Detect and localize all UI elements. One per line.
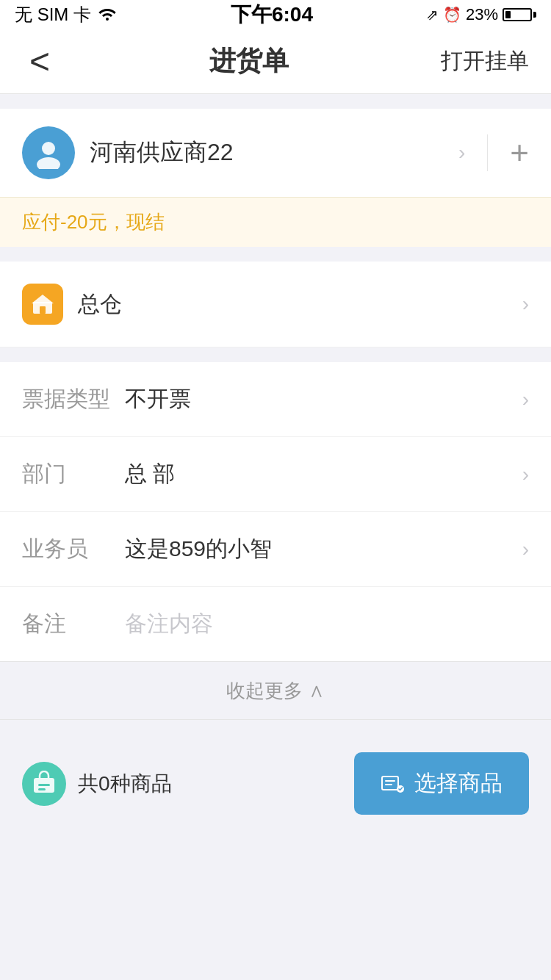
supplier-section: 河南供应商22 › + 应付-20元，现结 (0, 109, 551, 247)
section-gap-4 (0, 720, 551, 735)
back-button[interactable]: < (22, 34, 57, 89)
notice-bar: 应付-20元，现结 (0, 197, 551, 247)
svg-rect-4 (40, 306, 46, 314)
salesperson-chevron-icon: › (522, 538, 529, 561)
supplier-avatar (22, 126, 75, 179)
select-product-label: 选择商品 (414, 768, 503, 799)
add-supplier-button[interactable]: + (510, 134, 529, 171)
supplier-divider (487, 134, 488, 171)
battery-indicator (503, 8, 536, 21)
department-row[interactable]: 部门 总 部 › (0, 437, 551, 512)
open-pending-button[interactable]: 打开挂单 (441, 46, 529, 76)
supplier-row[interactable]: 河南供应商22 › + (0, 109, 551, 197)
svg-rect-7 (38, 788, 46, 790)
status-right: ⇗ ⏰ 23% (426, 5, 536, 24)
warehouse-chevron-icon: › (522, 292, 529, 316)
supplier-name: 河南供应商22 (90, 137, 458, 169)
warehouse-row[interactable]: 总仓 › (0, 262, 551, 347)
battery-percent: 23% (466, 5, 498, 24)
fields-section: 票据类型 不开票 › 部门 总 部 › 业务员 这是859的小智 › 备注 备注… (0, 362, 551, 661)
empty-area (0, 832, 551, 980)
svg-point-0 (42, 142, 55, 155)
department-value: 总 部 (125, 459, 522, 489)
product-count-area: 共0种商品 (22, 762, 172, 806)
svg-marker-3 (32, 295, 54, 303)
department-label: 部门 (22, 459, 125, 489)
supplier-chevron-icon: › (458, 141, 465, 165)
section-gap-3 (0, 347, 551, 362)
remark-placeholder: 备注内容 (125, 609, 529, 639)
collapse-bar[interactable]: 收起更多 ∧ (0, 661, 551, 720)
invoice-type-chevron-icon: › (522, 388, 529, 411)
warehouse-name: 总仓 (78, 289, 522, 320)
invoice-type-label: 票据类型 (22, 384, 125, 414)
location-icon: ⇗ (426, 6, 439, 24)
invoice-type-value: 不开票 (125, 384, 522, 414)
bottom-bar: 共0种商品 选择商品 (0, 735, 551, 832)
section-gap-1 (0, 94, 551, 109)
salesperson-value: 这是859的小智 (125, 534, 522, 564)
remark-row[interactable]: 备注 备注内容 (0, 587, 551, 661)
page-title: 进货单 (209, 43, 289, 79)
carrier-text: 无 SIM 卡 (15, 3, 91, 26)
svg-point-1 (37, 157, 60, 169)
salesperson-label: 业务员 (22, 534, 125, 564)
status-time: 下午6:04 (231, 1, 313, 29)
warehouse-section: 总仓 › (0, 262, 551, 347)
alarm-icon: ⏰ (443, 6, 461, 24)
svg-rect-6 (38, 784, 50, 786)
status-bar: 无 SIM 卡 下午6:04 ⇗ ⏰ 23% (0, 0, 551, 29)
svg-rect-8 (382, 777, 398, 790)
product-icon (22, 762, 66, 806)
invoice-type-row[interactable]: 票据类型 不开票 › (0, 362, 551, 437)
nav-bar: < 进货单 打开挂单 (0, 29, 551, 94)
wifi-icon (97, 4, 118, 25)
department-chevron-icon: › (522, 463, 529, 486)
product-count-text: 共0种商品 (78, 770, 172, 798)
status-left: 无 SIM 卡 (15, 3, 118, 26)
select-product-button[interactable]: 选择商品 (354, 752, 529, 815)
warehouse-icon (22, 284, 63, 325)
salesperson-row[interactable]: 业务员 这是859的小智 › (0, 512, 551, 587)
section-gap-2 (0, 247, 551, 262)
remark-label: 备注 (22, 609, 125, 639)
